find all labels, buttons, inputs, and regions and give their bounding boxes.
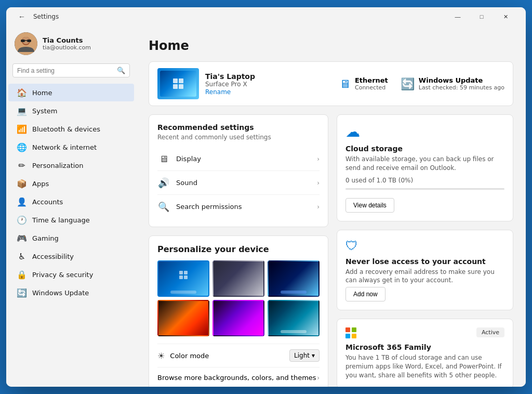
sidebar-item-privacy[interactable]: 🔒 Privacy & security [8,266,134,283]
device-info: Tia's Laptop Surface Pro X Rename [205,72,333,96]
update-icon: 🔄 [17,287,27,298]
browse-label: Browse more backgrounds, colors, and the… [157,374,317,382]
left-col: Recommended settings Recent and commonly… [149,114,328,387]
sidebar-item-label: Privacy & security [32,271,93,279]
sidebar-item-home[interactable]: 🏠 Home [8,84,134,101]
ms365-card: Active Microsoft 365 Family You have 1 T… [337,319,513,387]
close-button[interactable]: ✕ [494,8,517,25]
search-box[interactable]: 🔍 [12,63,130,77]
search-perms-icon: 🔍 [157,201,170,212]
sidebar-item-label: Network & internet [32,143,97,151]
system-icon: 💻 [17,106,27,116]
color-mode-select[interactable]: Light ▾ [289,349,320,362]
ms365-header: Active [345,327,504,339]
windows-update-info: Windows Update Last checked: 59 minutes … [419,76,504,91]
titlebar-title: Settings [33,13,59,20]
svg-rect-3 [21,40,25,42]
display-icon: 🖥 [157,153,170,164]
sidebar-item-label: Personalization [32,162,84,169]
profile-name: Tia Counts [43,36,91,44]
browse-chevron: › [317,374,320,382]
sidebar: Tia Counts tia@outlook.com 🔍 🏠 Home 💻 Sy… [6,26,136,387]
sidebar-item-label: Accounts [32,198,63,206]
color-mode-row[interactable]: ☀ Color mode Light ▾ [157,344,320,367]
minimize-button[interactable]: — [446,8,470,25]
ms365-title: Microsoft 365 Family [345,343,504,351]
sidebar-item-label: Windows Update [32,289,89,297]
display-label: Display [176,155,311,163]
sidebar-item-label: Home [32,89,52,97]
wallpaper-6[interactable] [268,300,320,336]
security-desc: Add a recovery email address to make sur… [345,268,504,285]
ethernet-label: Ethernet [355,76,388,84]
color-mode-icon: ☀ [157,351,165,361]
device-model: Surface Pro X [205,81,333,88]
search-icon: 🔍 [117,67,125,74]
search-input[interactable] [17,67,114,74]
wallpaper-1[interactable] [157,260,209,297]
cards-row: Recommended settings Recent and commonly… [149,114,513,387]
back-button[interactable]: ← [15,9,29,24]
settings-list: 🖥 Display › 🔊 Sound › 🔍 S [157,147,320,218]
sidebar-item-update[interactable]: 🔄 Windows Update [8,284,134,301]
chevron-icon: › [317,155,320,163]
sidebar-item-label: Time & language [32,216,90,224]
cloud-icon: ☁ [345,123,504,140]
profile-info: Tia Counts tia@outlook.com [43,36,91,51]
main-content: Home Tia's Laptop Surface Pro [136,26,526,387]
add-now-button[interactable]: Add now [345,287,385,301]
chevron-icon-3: › [317,203,320,211]
recommended-card: Recommended settings Recent and commonly… [149,114,328,227]
maximize-button[interactable]: □ [470,8,494,25]
recommended-title: Recommended settings [157,123,320,132]
ethernet-info: Ethernet Connected [355,76,388,91]
windows-update-icon: 🔄 [401,77,415,90]
sidebar-item-network[interactable]: 🌐 Network & internet [8,138,134,156]
settings-item-display[interactable]: 🖥 Display › [157,147,320,171]
browse-row[interactable]: Browse more backgrounds, colors, and the… [157,367,320,387]
windows-update-label: Windows Update [419,76,504,84]
settings-item-sound[interactable]: 🔊 Sound › [157,171,320,195]
sidebar-item-label: Accessibility [32,253,74,260]
sidebar-item-time[interactable]: 🕐 Time & language [8,211,134,229]
ethernet-status: 🖥 Ethernet Connected [339,76,388,91]
sidebar-item-label: Apps [32,180,49,188]
bluetooth-icon: 📶 [17,124,27,134]
device-name: Tia's Laptop [205,72,333,81]
sidebar-item-bluetooth[interactable]: 📶 Bluetooth & devices [8,120,134,138]
ms365-desc: You have 1 TB of cloud storage and can u… [345,353,504,379]
sidebar-item-label: Gaming [32,234,59,242]
sidebar-item-personalization[interactable]: ✏️ Personalization [8,156,134,174]
profile-section: Tia Counts tia@outlook.com [6,26,136,63]
wp1-win-logo [179,271,188,279]
device-rename-link[interactable]: Rename [205,88,231,96]
device-image-inner [160,71,196,97]
sidebar-item-apps[interactable]: 📦 Apps [8,175,134,192]
sound-label: Sound [176,179,311,187]
sidebar-item-system[interactable]: 💻 System [8,102,134,120]
svg-rect-4 [27,40,31,42]
settings-item-search[interactable]: 🔍 Search permissions › [157,195,320,218]
win-logo-device [173,78,183,89]
sidebar-item-accessibility[interactable]: ♿ Accessibility [8,247,134,265]
view-details-button[interactable]: View details [345,198,394,213]
avatar [15,32,37,55]
windows-update-status: 🔄 Windows Update Last checked: 59 minute… [401,76,504,91]
wallpaper-3[interactable] [268,260,320,297]
search-label: Search permissions [176,203,311,211]
active-badge: Active [476,327,504,337]
profile-email: tia@outlook.com [43,44,91,51]
sidebar-item-accounts[interactable]: 👤 Accounts [8,193,134,211]
color-mode-value: Light [294,352,310,359]
right-col: ☁ Cloud storage With available storage, … [337,114,513,387]
cloud-title: Cloud storage [345,145,504,153]
wallpaper-4[interactable] [157,300,209,336]
settings-window: ← Settings — □ ✕ [6,7,526,387]
window-controls: — □ ✕ [446,8,517,25]
personalize-title: Personalize your device [157,244,320,254]
sidebar-item-label: System [32,107,57,115]
sidebar-item-gaming[interactable]: 🎮 Gaming [8,229,134,247]
privacy-icon: 🔒 [17,269,27,280]
wallpaper-5[interactable] [212,300,264,336]
wallpaper-2[interactable] [212,260,264,297]
